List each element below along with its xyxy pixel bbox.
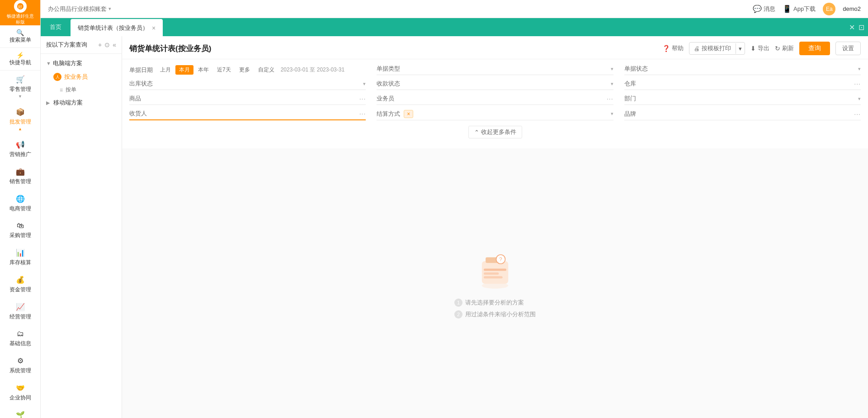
left-panel-actions: + ⊙ «	[98, 41, 116, 48]
main-area: 办公用品行业模拟账套 ▾ 💬 消息 📱 App下载 Ea demo2 首页 销货…	[41, 0, 868, 418]
search-menu-item[interactable]: 🔍 搜索菜单	[0, 25, 40, 48]
brand-filter-cell: 品牌 ···	[624, 109, 861, 120]
collapse-panel-button[interactable]: «	[113, 41, 116, 48]
svg-rect-7	[484, 276, 503, 279]
warehouse-label: 仓库	[624, 80, 646, 88]
receipt-status-input[interactable]: ▾	[404, 81, 613, 87]
settings-button[interactable]: 设置	[835, 42, 861, 55]
brand-input[interactable]: ···	[650, 110, 861, 118]
salesperson-input[interactable]: ···	[402, 95, 613, 102]
user-avatar[interactable]: Ea	[823, 3, 835, 15]
app-download-button[interactable]: 📱 App下载	[783, 5, 816, 13]
warehouse-input[interactable]: ···	[650, 80, 861, 87]
refresh-button[interactable]: ↻ 刷新	[775, 44, 794, 52]
message-button[interactable]: 💬 消息	[753, 5, 775, 13]
hint-text-2: 用过滤条件来缩小分析范围	[465, 310, 536, 318]
quick-nav-label: 快捷导航	[9, 59, 31, 66]
wholesale-icon: 📦	[16, 108, 25, 116]
sidebar-item-marketing[interactable]: 📢 营销推广	[0, 136, 40, 163]
consignee-input[interactable]: ···	[155, 110, 366, 117]
payment-label: 结算方式	[377, 110, 400, 118]
svg-rect-6	[484, 272, 499, 275]
tree-salesperson-item[interactable]: 人 按业务员	[41, 70, 122, 84]
date-tab-more[interactable]: 更多	[236, 65, 254, 75]
receipt-status-filter-cell: 收款状态 ▾	[377, 80, 613, 90]
consignee-dots[interactable]: ···	[359, 110, 366, 117]
sidebar-item-basic[interactable]: 🗂 基础信息	[0, 325, 40, 352]
settings-scheme-button[interactable]: ⊙	[104, 41, 110, 48]
date-tab-cur-year[interactable]: 本年	[194, 65, 212, 75]
sidebar-item-newbie[interactable]: 🌱 新手引导	[0, 406, 40, 418]
search-menu-label: 搜索菜单	[9, 37, 31, 43]
empty-hints: 1 请先选择要分析的方案 2 用过滤条件来缩小分析范围	[454, 299, 536, 318]
doc-type-filter-cell: 单据类型 ▾	[377, 65, 613, 75]
sidebar-item-ecom[interactable]: 🌐 电商管理	[0, 190, 40, 217]
date-tabs: 上月 本月 本年 近7天 更多 自定义	[156, 65, 278, 75]
dept-input[interactable]: ▾	[650, 96, 861, 102]
collapse-button[interactable]: ⌃ 收起更多条件	[468, 126, 522, 138]
sidebar-item-wholesale[interactable]: 📦 批发管理 ▲	[0, 103, 40, 136]
logo-text: 畅捷通好生意	[2, 14, 38, 19]
goods-dots[interactable]: ···	[359, 95, 366, 102]
username-label[interactable]: demo2	[843, 5, 861, 12]
export-label: 导出	[758, 44, 769, 52]
quick-nav-item[interactable]: ⚡ 快捷导航	[0, 48, 40, 71]
help-button[interactable]: ❓ 帮助	[662, 44, 684, 52]
brand-dots[interactable]: ···	[854, 110, 861, 118]
filter-row-1: 单据日期 上月 本月 本年 近7天 更多 自定义 2023-03-01 至 20…	[129, 65, 861, 75]
date-range-text: 2023-03-01 至 2023-03-31	[281, 66, 344, 74]
tree-pc-scheme[interactable]: ▼ 电脑端方案	[41, 57, 122, 70]
sidebar-item-system[interactable]: ⚙ 系统管理	[0, 352, 40, 379]
sidebar-item-corp[interactable]: 🤝 企业协同	[0, 379, 40, 406]
tab-expand-icon[interactable]: ⊡	[859, 23, 864, 32]
tab-close-icon[interactable]: ×	[152, 24, 156, 32]
export-button[interactable]: ⬇ 导出	[750, 44, 769, 52]
date-tab-cur-month[interactable]: 本月	[175, 65, 193, 75]
sidebar-item-inventory[interactable]: 📊 库存核算	[0, 244, 40, 271]
doc-type-arrow-icon: ▾	[611, 66, 613, 72]
warehouse-dots[interactable]: ···	[854, 80, 861, 87]
retail-icon: 🛒	[16, 75, 25, 84]
goods-filter-cell: 商品 ···	[129, 95, 366, 105]
marketing-icon: 📢	[16, 140, 25, 149]
svg-text:好: 好	[18, 5, 22, 9]
empty-hint-2: 2 用过滤条件来缩小分析范围	[454, 310, 536, 318]
query-button[interactable]: 查询	[799, 42, 830, 55]
tree-by-order-item[interactable]: ≡ 按单	[41, 84, 122, 96]
date-tab-prev-month[interactable]: 上月	[156, 65, 175, 75]
hint-text-1: 请先选择要分析的方案	[465, 299, 524, 307]
sidebar-item-operations[interactable]: 📈 经营管理	[0, 298, 40, 325]
out-status-input[interactable]: ▾	[156, 81, 366, 87]
payment-input[interactable]: × ▾	[404, 110, 613, 118]
tab-active-sales-stat[interactable]: 销货单统计表（按业务员） ×	[71, 19, 163, 37]
out-status-filter-cell: 出库状态 ▾	[129, 80, 366, 90]
template-print-icon: 🖨	[694, 45, 700, 52]
template-print-button[interactable]: 🖨 按模板打印	[689, 43, 736, 54]
payment-tag: ×	[404, 110, 413, 118]
basic-label: 基础信息	[9, 340, 31, 347]
doc-status-label: 单据状态	[624, 65, 648, 73]
doc-status-input[interactable]: ▾	[651, 66, 861, 72]
sidebar-logo: 好 畅捷通好生意 标版	[0, 0, 41, 25]
topbar-chevron-icon[interactable]: ▾	[108, 6, 111, 12]
sidebar-item-purchase[interactable]: 🛍 采购管理	[0, 217, 40, 244]
tree-mobile-scheme[interactable]: ▶ 移动端方案	[41, 96, 122, 109]
doc-type-input[interactable]: ▾	[404, 66, 613, 72]
tab-home[interactable]: 首页	[41, 18, 71, 36]
sidebar-item-finance[interactable]: 💰 资金管理	[0, 271, 40, 298]
salesperson-dots[interactable]: ···	[607, 95, 613, 102]
sidebar-item-retail[interactable]: 🛒 零售管理 ▼	[0, 71, 40, 103]
tab-close-all-icon[interactable]: ✕	[849, 23, 855, 32]
add-scheme-button[interactable]: +	[98, 41, 102, 48]
date-tab-last7[interactable]: 近7天	[213, 65, 235, 75]
retail-label: 零售管理	[9, 86, 31, 93]
refresh-label: 刷新	[782, 44, 794, 52]
hint-num-1: 1	[454, 299, 462, 307]
template-print-arrow[interactable]: ▾	[736, 43, 745, 54]
payment-tag-close[interactable]: ×	[407, 111, 410, 117]
left-panel: 按以下方案查询 + ⊙ « ▼ 电脑端方案 人 按业务员	[41, 36, 122, 418]
sidebar-item-sales[interactable]: 💼 销售管理	[0, 163, 40, 190]
goods-input[interactable]: ···	[155, 95, 366, 102]
tree-pc-label: 电脑端方案	[53, 59, 82, 67]
date-tab-custom[interactable]: 自定义	[255, 65, 278, 75]
